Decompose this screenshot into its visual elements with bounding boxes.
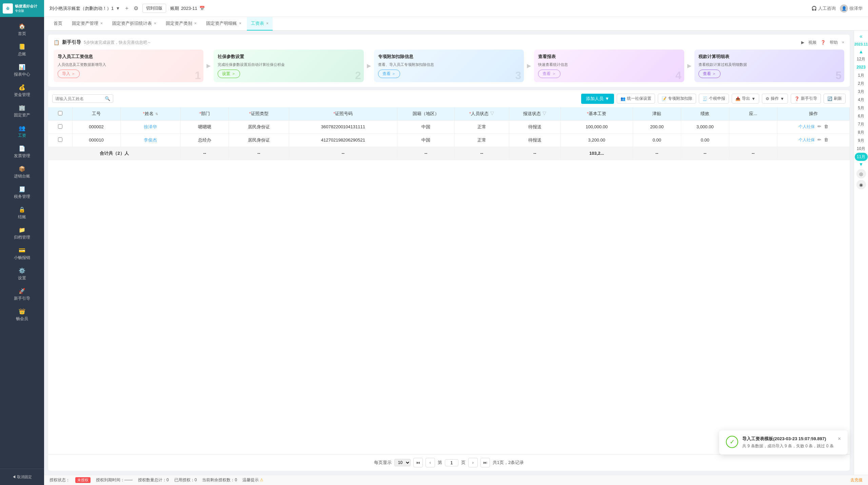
cal-prev-btn[interactable]: ▲ bbox=[856, 48, 866, 55]
sidebar-item-ledger[interactable]: 📒 总账 bbox=[0, 40, 44, 60]
refresh-btn[interactable]: 🔄 刷新 bbox=[824, 94, 846, 104]
calendar-icon[interactable]: 📅 bbox=[199, 6, 205, 11]
add-person-dropdown-icon[interactable]: ▼ bbox=[605, 96, 609, 101]
page-number-input[interactable] bbox=[445, 459, 458, 466]
service-btn[interactable]: 🎧 人工咨询 bbox=[811, 5, 836, 12]
search-icon[interactable]: 🔍 bbox=[105, 96, 110, 101]
step-3-btn[interactable]: 查看 ＞ bbox=[378, 70, 400, 78]
sidebar-item-invoice[interactable]: 📄 发票管理 bbox=[0, 142, 44, 162]
guide-steps: 导入员工工资信息 人员信息及工资数据新增导入 导入 ＞ 1 ▶ 社保参数设置 完… bbox=[54, 50, 844, 82]
report-icon: 📊 bbox=[19, 64, 25, 70]
cal-month-9[interactable]: 9月 bbox=[855, 136, 868, 145]
cal-month-5[interactable]: 5月 bbox=[855, 104, 868, 112]
cal-next-btn[interactable]: ▼ bbox=[856, 161, 866, 168]
cal-month-6[interactable]: 6月 bbox=[855, 112, 868, 120]
guide-video-label[interactable]: 视频 bbox=[808, 40, 816, 45]
step-5-btn[interactable]: 查看 ＞ bbox=[698, 70, 721, 78]
tab-home[interactable]: 首页 bbox=[50, 17, 66, 31]
cal-month-11[interactable]: 11月 bbox=[855, 153, 868, 161]
row1-social-link[interactable]: 个人社保 bbox=[798, 124, 815, 129]
tab-depreciation[interactable]: 固定资产折旧统计表 × bbox=[108, 17, 160, 31]
next-page-btn[interactable]: › bbox=[468, 458, 478, 467]
cal-expand-btn[interactable]: « bbox=[860, 32, 863, 41]
cal-month-4[interactable]: 4月 bbox=[855, 96, 868, 104]
cal-month-3[interactable]: 3月 bbox=[855, 88, 868, 96]
row1-name-link[interactable]: 徐泽华 bbox=[144, 124, 157, 129]
search-input[interactable] bbox=[55, 96, 103, 101]
row2-name-link[interactable]: 李俊杰 bbox=[144, 137, 157, 143]
newguide-icon: 🚀 bbox=[19, 288, 25, 294]
cal-month-12[interactable]: 12月 bbox=[855, 55, 868, 63]
auth-expire: 授权到期时间：—— bbox=[96, 477, 133, 483]
row2-delete-icon[interactable]: 🗑 bbox=[824, 137, 828, 142]
new-guide-btn[interactable]: ❓ 新手引导 bbox=[791, 94, 821, 104]
tax-report-btn[interactable]: 🧾 个税申报 bbox=[699, 94, 729, 104]
sidebar-item-payroll[interactable]: 👥 工资 bbox=[0, 122, 44, 142]
cal-icon-btn-2[interactable]: ◉ bbox=[856, 180, 866, 189]
filter-status-icon[interactable]: ▽ bbox=[490, 111, 494, 116]
cal-month-10[interactable]: 10月 bbox=[855, 145, 868, 153]
charge-link-btn[interactable]: 去充值 bbox=[850, 477, 863, 483]
cal-month-1[interactable]: 1月 bbox=[855, 71, 868, 79]
first-page-btn[interactable]: ⏮ bbox=[413, 458, 423, 467]
sidebar-item-archive[interactable]: 📁 归档管理 bbox=[0, 223, 44, 244]
row2-edit-icon[interactable]: ✏ bbox=[817, 137, 821, 142]
tab-asset-category-close[interactable]: × bbox=[194, 21, 197, 26]
sidebar-item-expense[interactable]: 💳 小畅报销 bbox=[0, 244, 44, 264]
sidebar-item-funds[interactable]: 💰 资金管理 bbox=[0, 81, 44, 101]
sidebar-item-member[interactable]: 👑 畅会员 bbox=[0, 305, 44, 325]
sidebar-item-inventory[interactable]: 📦 进销台账 bbox=[0, 162, 44, 183]
cal-month-8[interactable]: 8月 bbox=[855, 128, 868, 136]
cal-icon-btn-1[interactable]: ◎ bbox=[856, 169, 866, 179]
filter-send-icon[interactable]: ▽ bbox=[542, 111, 547, 116]
switch-version-btn[interactable]: 切到旧版 bbox=[142, 4, 166, 13]
operation-btn[interactable]: ⚙ 操作 ▼ bbox=[762, 94, 788, 104]
sidebar-item-report[interactable]: 📊 报表中心 bbox=[0, 60, 44, 81]
toast-close-btn[interactable]: × bbox=[838, 436, 841, 442]
sidebar-item-tax[interactable]: 🧾 税务管理 bbox=[0, 183, 44, 203]
tab-asset-category[interactable]: 固定资产类别 × bbox=[162, 17, 201, 31]
topbar-right: 🎧 人工咨询 👤 徐泽华 bbox=[811, 4, 863, 13]
topbar-settings-icon[interactable]: ⚙ bbox=[134, 5, 138, 12]
deduct-btn[interactable]: 📝 专项附加扣除 bbox=[658, 94, 696, 104]
social-insurance-btn[interactable]: 👥 统一社保设置 bbox=[617, 94, 655, 104]
sidebar-item-home[interactable]: 🏠 首页 bbox=[0, 20, 44, 40]
sidebar-item-assets[interactable]: 🏢 固定资产 bbox=[0, 101, 44, 122]
step-1-btn[interactable]: 导入 ＞ bbox=[58, 70, 80, 78]
select-all-checkbox[interactable] bbox=[58, 111, 62, 115]
tab-fixed-assets-close[interactable]: × bbox=[100, 21, 103, 26]
tab-asset-detail[interactable]: 固定资产明细账 × bbox=[202, 17, 245, 31]
per-page-select[interactable]: 10 20 50 bbox=[394, 459, 411, 466]
row2-select[interactable] bbox=[58, 137, 62, 142]
export-btn[interactable]: 📤 导出 ▼ bbox=[732, 94, 759, 104]
tab-asset-detail-close[interactable]: × bbox=[239, 21, 241, 26]
expense-icon: 💳 bbox=[19, 247, 25, 254]
sidebar-item-settings[interactable]: ⚙️ 设置 bbox=[0, 264, 44, 284]
cancel-fix-btn[interactable]: ◀ 取消固定 bbox=[10, 472, 34, 482]
row2-social-link[interactable]: 个人社保 bbox=[798, 137, 815, 142]
sidebar-item-closing[interactable]: 🔒 结账 bbox=[0, 203, 44, 223]
user-profile-btn[interactable]: 👤 徐泽华 bbox=[840, 4, 863, 13]
step-4-btn[interactable]: 查看 ＞ bbox=[538, 70, 560, 78]
row1-select[interactable] bbox=[58, 124, 62, 129]
row1-delete-icon[interactable]: 🗑 bbox=[824, 124, 828, 129]
guide-help-label[interactable]: 帮助 bbox=[830, 40, 838, 45]
step-2-btn[interactable]: 设置 ＞ bbox=[218, 70, 240, 78]
last-page-btn[interactable]: ⏭ bbox=[480, 458, 490, 467]
guide-close-icon[interactable]: × bbox=[842, 40, 844, 45]
tab-depreciation-close[interactable]: × bbox=[154, 21, 156, 26]
row1-edit-icon[interactable]: ✏ bbox=[817, 124, 821, 129]
sidebar-item-newguide[interactable]: 🚀 新手引导 bbox=[0, 284, 44, 305]
sort-name-icon[interactable]: ⇅ bbox=[155, 112, 158, 116]
th-name[interactable]: *姓名 ⇅ bbox=[120, 107, 181, 120]
topbar-add-icon[interactable]: ＋ bbox=[124, 5, 130, 12]
prev-page-btn[interactable]: ‹ bbox=[426, 458, 435, 467]
cal-month-7[interactable]: 7月 bbox=[855, 120, 868, 128]
cal-month-2[interactable]: 2月 bbox=[855, 79, 868, 88]
add-person-btn[interactable]: 添加人员 ▼ bbox=[581, 94, 614, 104]
tab-fixed-assets[interactable]: 固定资产管理 × bbox=[68, 17, 107, 31]
tab-payroll[interactable]: 工资表 × bbox=[247, 17, 273, 31]
account-dropdown-icon[interactable]: ▼ bbox=[116, 6, 120, 11]
total-records-label: 共1页，2条记录 bbox=[493, 460, 524, 466]
tab-payroll-close[interactable]: × bbox=[266, 21, 269, 26]
